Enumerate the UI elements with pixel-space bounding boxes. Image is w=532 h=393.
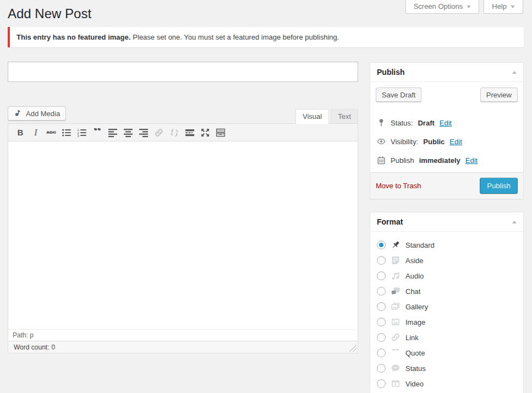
- fullscreen-icon: [200, 128, 210, 138]
- format-box-header[interactable]: Format: [370, 212, 523, 232]
- format-option-link[interactable]: Link: [377, 332, 517, 343]
- post-visibility-row: Visibility: Public Edit: [377, 137, 517, 146]
- help-label: Help: [492, 2, 507, 10]
- format-label: Link: [405, 334, 419, 342]
- align-right-icon: [139, 128, 149, 138]
- image-icon: [391, 317, 401, 327]
- format-option-image[interactable]: Image: [377, 316, 517, 328]
- link-icon: [154, 128, 164, 138]
- screen-options-button[interactable]: Screen Options: [405, 0, 480, 14]
- radio-unchecked[interactable]: [377, 333, 386, 342]
- align-left-button[interactable]: [105, 125, 120, 140]
- publish-box-title: Publish: [377, 68, 405, 77]
- edit-schedule-link[interactable]: Edit: [465, 156, 478, 165]
- radio-unchecked[interactable]: [377, 364, 386, 373]
- align-center-button[interactable]: [120, 125, 136, 140]
- format-label: Video: [405, 380, 424, 388]
- status-label: Status:: [391, 119, 413, 127]
- fullscreen-button[interactable]: [198, 125, 213, 140]
- move-to-trash-link[interactable]: Move to Trash: [376, 182, 421, 190]
- publish-box-header[interactable]: Publish: [370, 63, 523, 82]
- chevron-down-icon: [511, 6, 515, 8]
- post-status-info: Word count: 0: [8, 341, 358, 353]
- add-media-button[interactable]: Add Media: [8, 106, 66, 121]
- bullet-list-button[interactable]: [59, 125, 74, 140]
- status-value: Draft: [418, 119, 434, 127]
- post-status-row: Status: Draft Edit: [377, 118, 517, 127]
- publish-button[interactable]: Publish: [480, 178, 518, 194]
- svg-text:3: 3: [78, 134, 80, 138]
- format-list: Standard Aside Audio: [370, 232, 523, 393]
- tab-visual[interactable]: Visual: [295, 109, 329, 124]
- format-option-status[interactable]: Status: [377, 363, 517, 374]
- format-label: Standard: [405, 241, 435, 249]
- schedule-value: immediately: [419, 156, 460, 165]
- link-icon: [391, 332, 401, 342]
- format-option-aside[interactable]: Aside: [377, 255, 517, 266]
- toolbar-toggle-icon: [216, 128, 226, 138]
- bold-button[interactable]: B: [13, 125, 28, 140]
- editor-resize-handle[interactable]: [348, 343, 357, 352]
- italic-button[interactable]: I: [28, 125, 43, 140]
- tab-text[interactable]: Text: [331, 109, 358, 124]
- screen-meta-links: Screen Options Help: [405, 0, 523, 14]
- numbered-list-button[interactable]: 123: [74, 125, 90, 140]
- page-title: Add New Post: [8, 6, 91, 22]
- radio-unchecked[interactable]: [377, 271, 386, 280]
- schedule-label: Publish: [391, 156, 414, 165]
- toolbar-toggle-button[interactable]: [213, 125, 228, 140]
- quote-icon: “: [391, 348, 401, 358]
- format-label: Aside: [405, 256, 424, 265]
- radio-unchecked[interactable]: [377, 256, 386, 265]
- pushpin-icon: [391, 240, 401, 250]
- radio-unchecked[interactable]: [377, 287, 386, 296]
- collapse-toggle-icon[interactable]: [512, 221, 517, 223]
- eye-icon: [377, 137, 386, 146]
- radio-unchecked[interactable]: [377, 318, 386, 326]
- collapse-toggle-icon[interactable]: [512, 71, 517, 74]
- word-count-label: Word count:: [14, 343, 49, 351]
- radio-unchecked[interactable]: [377, 379, 386, 388]
- editor-content-area[interactable]: [8, 141, 358, 329]
- radio-unchecked[interactable]: [377, 302, 386, 311]
- radio-checked[interactable]: [377, 241, 386, 249]
- bullet-list-icon: [62, 128, 72, 138]
- format-option-standard[interactable]: Standard: [377, 239, 517, 250]
- more-tag-button[interactable]: [182, 125, 198, 140]
- edit-visibility-link[interactable]: Edit: [449, 138, 462, 146]
- help-button[interactable]: Help: [484, 0, 523, 14]
- calendar-icon: [377, 156, 386, 165]
- post-title-input[interactable]: [8, 62, 358, 82]
- unlink-button[interactable]: [167, 125, 182, 140]
- format-option-quote[interactable]: “ Quote: [377, 347, 517, 358]
- featured-image-notice: This entry has no featured image. Please…: [8, 27, 524, 47]
- insert-link-button[interactable]: [151, 125, 167, 140]
- edit-status-link[interactable]: Edit: [440, 119, 452, 127]
- blockquote-button[interactable]: “: [90, 125, 105, 140]
- format-option-audio[interactable]: Audio: [377, 270, 517, 281]
- publish-button-label: Publish: [487, 182, 511, 190]
- blockquote-icon: “: [94, 128, 102, 137]
- format-box-title: Format: [377, 217, 403, 226]
- editor-top-bar: Add Media Visual Text: [8, 106, 358, 123]
- strikethrough-button[interactable]: ABC: [43, 125, 59, 140]
- preview-button[interactable]: Preview: [480, 88, 518, 102]
- save-draft-label: Save Draft: [382, 91, 415, 99]
- format-option-chat[interactable]: Chat: [377, 286, 517, 297]
- word-count-value: 0: [51, 343, 55, 351]
- editor-statusbar: Path: p: [8, 329, 358, 341]
- format-option-gallery[interactable]: Gallery: [377, 301, 517, 312]
- radio-unchecked[interactable]: [377, 348, 386, 357]
- align-center-icon: [123, 128, 133, 138]
- notice-text: Please set one. You must set a featured …: [133, 33, 339, 41]
- format-option-video[interactable]: Video: [377, 378, 517, 389]
- save-draft-button[interactable]: Save Draft: [376, 88, 421, 102]
- chevron-down-icon: [467, 6, 471, 8]
- gallery-icon: [391, 302, 401, 312]
- aside-icon: [391, 255, 401, 265]
- align-right-button[interactable]: [136, 125, 151, 140]
- misc-publishing-actions: Status: Draft Edit Visibility: Public Ed…: [370, 107, 523, 172]
- post-body-content: Add Media Visual Text B I ABC: [8, 62, 358, 353]
- visibility-value: Public: [423, 138, 445, 146]
- major-publishing-actions: Move to Trash Publish: [370, 172, 523, 199]
